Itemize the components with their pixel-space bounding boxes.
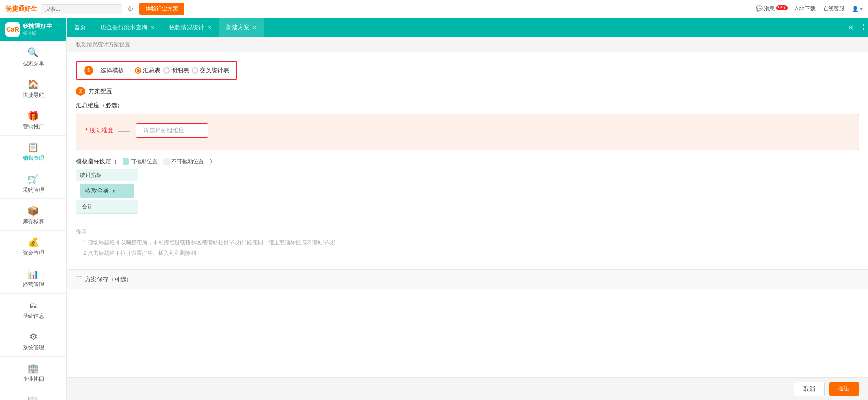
sidebar-item-quick-nav[interactable]: 🏠 快捷导航 <box>0 72 66 104</box>
sidebar-item-search-menu[interactable]: 🔍 搜索菜单 <box>0 41 66 72</box>
guide-icon: 📖 <box>28 395 39 400</box>
amount-tag-chevron: ▾ <box>113 188 115 193</box>
indicator-title-text: 模板指标设定（ <box>76 157 117 165</box>
cancel-button[interactable]: 取消 <box>794 382 825 396</box>
sidebar-item-sales[interactable]: 📋 销售管理 <box>0 136 66 167</box>
notification[interactable]: 💬 消息 99+ <box>756 5 788 13</box>
quick-nav-icon: 🏠 <box>28 79 39 89</box>
step1-section: 1 选择模板 汇总表 明细表 <box>76 61 859 80</box>
logo-icon: CaR <box>5 22 20 37</box>
radio-summary-label: 汇总表 <box>143 66 160 75</box>
tab-receipts-close[interactable]: ✕ <box>207 24 212 31</box>
trial-button[interactable]: 体验行业方案 <box>139 3 184 15</box>
tab-close-window-icon[interactable]: ✕ <box>848 24 854 32</box>
amount-tag[interactable]: 收款金额 ▾ <box>80 184 134 198</box>
radio-detail-label: 明细表 <box>171 66 189 75</box>
page-breadcrumb: 收款情况统计方案设置 <box>67 37 868 52</box>
radio-cross[interactable]: 交叉统计表 <box>192 66 229 75</box>
save-bar: 方案保存（可选） <box>67 269 868 289</box>
radio-cross-label: 交叉统计表 <box>200 66 229 75</box>
sidebar-item-enterprise[interactable]: 🏢 企业协同 <box>0 357 66 388</box>
step1-badge: 1 <box>84 66 93 75</box>
query-button[interactable]: 查询 <box>829 382 859 396</box>
finance-icon: 💰 <box>28 237 39 248</box>
vertical-dimension-label: * 纵向维度 <box>85 127 113 135</box>
sidebar-label-operations: 经营管理 <box>23 281 44 289</box>
sidebar-label-marketing: 营销推广 <box>23 123 44 131</box>
sidebar-item-marketing[interactable]: 🎁 营销推广 <box>0 104 66 136</box>
radio-cross-dot <box>192 67 198 74</box>
vertical-dimension-row: * 纵向维度 —— 请选择分组维度 <box>85 123 849 138</box>
sidebar-item-finance[interactable]: 💰 资金管理 <box>0 231 66 262</box>
save-checkbox-label[interactable]: 方案保存（可选） <box>76 275 132 283</box>
sidebar-item-purchase[interactable]: 🛒 采购管理 <box>0 167 66 199</box>
marketing-icon: 🎁 <box>28 110 39 121</box>
user-avatar[interactable]: 👤 ▾ <box>852 6 863 12</box>
online-service[interactable]: 在线客服 <box>823 5 844 13</box>
sidebar-item-guide[interactable]: 📖 新手引导 <box>0 388 66 400</box>
indicator-header: 模板指标设定（ 可拖动位置 不可拖动位置 ） <box>76 157 859 165</box>
dimension-arrow: —— <box>118 127 130 134</box>
radio-detail[interactable]: 明细表 <box>163 66 189 75</box>
template-selection-box: 1 选择模板 汇总表 明细表 <box>76 61 237 80</box>
step2-header: 2 方案配置 <box>76 87 859 96</box>
tip1: 1.拖动标题栏可以调整布局，不可跨维度或指标区域拖动栏目字段(只能在同一维度或指… <box>83 237 859 248</box>
dimension-placeholder: 请选择分组维度 <box>143 127 184 134</box>
dimension-select[interactable]: 请选择分组维度 <box>136 123 208 138</box>
sidebar-item-inventory[interactable]: 📦 库存核算 <box>0 199 66 231</box>
stat-label: 统计指标 <box>76 169 138 181</box>
tab-cashflow[interactable]: 现金银行流水查询 ✕ <box>93 18 162 37</box>
sidebar-item-operations[interactable]: 📊 经营管理 <box>0 262 66 294</box>
search-input[interactable] <box>41 4 122 14</box>
tab-fullscreen-icon[interactable]: ⛶ <box>857 24 864 32</box>
legend-not-draggable: 不可拖动位置 <box>163 158 204 165</box>
tab-new-plan[interactable]: 新建方案 ✕ <box>219 18 264 37</box>
dimension-title: 汇总维度（必选） <box>76 101 859 109</box>
gear-icon[interactable]: ⚙ <box>127 5 134 13</box>
legend-draggable-box <box>123 158 129 165</box>
basic-info-icon: 🗂 <box>29 300 38 311</box>
step1-header: 1 选择模板 汇总表 明细表 <box>76 61 859 80</box>
sidebar-label-inventory: 库存核算 <box>23 218 44 226</box>
tab-cashflow-close[interactable]: ✕ <box>150 24 155 31</box>
sidebar: CaR 畅捷通好生 标准版 🔍 搜索菜单 🏠 快捷导航 🎁 营销推广 📋 销售管… <box>0 18 67 400</box>
legend-draggable-label: 可拖动位置 <box>131 158 158 165</box>
sidebar-item-basic-info[interactable]: 🗂 基础信息 <box>0 294 66 325</box>
radio-detail-dot <box>163 67 170 74</box>
enterprise-icon: 🏢 <box>28 363 39 374</box>
indicator-grid: 统计指标 收款金额 ▾ 合计 <box>76 169 138 214</box>
sidebar-label-sales: 销售管理 <box>23 155 44 162</box>
sales-icon: 📋 <box>28 142 39 153</box>
legend-not-draggable-label: 不可拖动位置 <box>171 158 204 165</box>
radio-summary[interactable]: 汇总表 <box>135 66 160 75</box>
tab-new-plan-close[interactable]: ✕ <box>252 24 257 31</box>
logo-text: 畅捷通好生 <box>5 5 37 12</box>
save-checkbox[interactable] <box>76 276 82 282</box>
top-bar: 畅捷通好生 ⚙ 体验行业方案 💬 消息 99+ App下载 在线客服 👤 ▾ <box>0 0 868 18</box>
tab-receipts[interactable]: 收款情况统计 ✕ <box>162 18 219 37</box>
tab-new-plan-label: 新建方案 <box>226 24 250 32</box>
tab-bar-actions: ✕ ⛶ <box>848 24 868 32</box>
tab-home[interactable]: 首页 <box>67 18 93 37</box>
search-menu-icon: 🔍 <box>28 47 39 58</box>
operations-icon: 📊 <box>28 268 39 279</box>
sidebar-label-quick-nav: 快捷导航 <box>23 91 44 99</box>
sidebar-label-search-menu: 搜索菜单 <box>23 60 44 67</box>
sidebar-item-system[interactable]: ⚙ 系统管理 <box>0 325 66 357</box>
inventory-icon: 📦 <box>28 205 39 216</box>
content-area: 1 选择模板 汇总表 明细表 <box>67 52 868 377</box>
amount-tag-label: 收款金额 <box>85 187 109 195</box>
app-download[interactable]: App下载 <box>795 5 815 13</box>
indicator-close-paren: ） <box>209 157 215 165</box>
sidebar-label-enterprise: 企业协同 <box>23 376 44 383</box>
step1-title: 选择模板 <box>100 66 124 75</box>
tip2: 2.点击标题栏下拉可设置排序、插入列和删除列 <box>83 248 859 259</box>
breadcrumb-text: 收款情况统计方案设置 <box>76 41 130 47</box>
sidebar-label-purchase: 采购管理 <box>23 186 44 194</box>
notification-badge: 99+ <box>776 5 788 10</box>
top-right-actions: 💬 消息 99+ App下载 在线客服 👤 ▾ <box>756 5 863 13</box>
legend-draggable: 可拖动位置 <box>123 158 158 165</box>
form-body: 1 选择模板 汇总表 明细表 <box>67 52 868 262</box>
radio-summary-dot <box>135 67 141 74</box>
logo-area: 畅捷通好生 <box>5 5 37 13</box>
